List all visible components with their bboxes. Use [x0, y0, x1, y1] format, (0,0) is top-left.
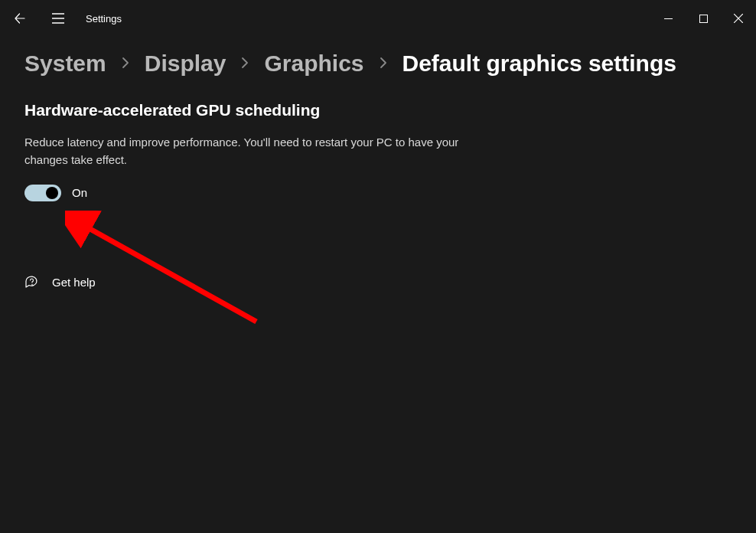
breadcrumb: System Display Graphics Default graphics… [0, 37, 756, 93]
section-title: Hardware-accelerated GPU scheduling [24, 101, 732, 119]
app-title: Settings [86, 13, 122, 25]
window-controls [650, 6, 756, 31]
maximize-icon [699, 15, 708, 23]
chevron-right-icon [122, 55, 129, 73]
close-icon [734, 14, 743, 23]
minimize-button[interactable] [650, 6, 686, 31]
svg-point-7 [31, 283, 32, 284]
breadcrumb-system[interactable]: System [24, 51, 106, 77]
chevron-right-icon [380, 55, 387, 73]
titlebar-left: Settings [9, 8, 650, 29]
section-description: Reduce latency and improve performance. … [24, 133, 468, 169]
breadcrumb-graphics[interactable]: Graphics [264, 51, 363, 77]
menu-button[interactable] [47, 8, 69, 29]
close-button[interactable] [721, 6, 756, 31]
arrow-left-icon [14, 12, 26, 25]
toggle-state-label: On [72, 186, 87, 199]
back-button[interactable] [9, 8, 31, 29]
help-icon [24, 275, 40, 290]
toggle-knob [46, 187, 58, 199]
chevron-right-icon [241, 55, 249, 73]
gpu-scheduling-toggle[interactable] [24, 185, 61, 201]
breadcrumb-display[interactable]: Display [145, 51, 226, 77]
minimize-icon [664, 15, 673, 23]
hamburger-icon [52, 13, 64, 24]
maximize-button[interactable] [686, 6, 721, 31]
help-label: Get help [52, 276, 96, 289]
get-help-link[interactable]: Get help [24, 275, 732, 290]
svg-rect-4 [699, 15, 707, 22]
content: Hardware-accelerated GPU scheduling Redu… [0, 93, 756, 298]
toggle-row: On [24, 185, 732, 201]
titlebar: Settings [0, 0, 756, 37]
breadcrumb-current: Default graphics settings [402, 51, 676, 77]
